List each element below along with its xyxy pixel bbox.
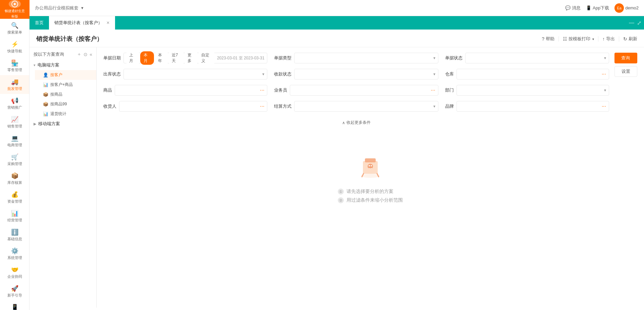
type-select[interactable]: ▾ — [294, 53, 438, 63]
sales-icon: 📈 — [11, 116, 18, 123]
date-btn-last-month[interactable]: 上月 — [126, 51, 139, 65]
sidebar-item-newbie[interactable]: 🚀 新手引导 — [0, 282, 29, 301]
basic-info-icon: ℹ️ — [11, 228, 18, 236]
department-select[interactable]: ▾ — [457, 85, 609, 96]
finance-label: 资金管理 — [7, 199, 22, 204]
newbie-label: 新手引导 — [7, 293, 22, 298]
sidebar-item-finance[interactable]: 💰 资金管理 — [0, 188, 29, 207]
sidebar-item-retail[interactable]: 🏪 零售管理 — [0, 56, 29, 75]
filter-date: 单据日期 上月 本月 本年 近7天 更多 自定义 — [103, 53, 267, 63]
date-btn-7days[interactable]: 近7天 — [169, 51, 183, 65]
empty-num-1: ① — [338, 189, 344, 195]
sidebar-item-app-center[interactable]: 📱 应用中心 — [0, 301, 29, 310]
sidebar-item-wholesale[interactable]: 🚚 批发管理 — [0, 75, 29, 94]
sales-label: 销售管理 — [7, 124, 22, 129]
receiver-select[interactable]: ··· — [119, 101, 267, 112]
tree-child-by-goods-99[interactable]: 📦 按商品99 — [35, 99, 96, 109]
purchase-icon: 🛒 — [11, 153, 18, 161]
tab-home[interactable]: 首页 — [30, 16, 49, 30]
purchase-label: 采购管理 — [7, 161, 22, 166]
export-label: 导出 — [606, 36, 615, 42]
svg-point-1 — [361, 174, 380, 178]
tab-bar: 首页 销货单统计表（按客户） ✕ — ⤢ — [30, 16, 644, 30]
settings-scheme-icon[interactable]: ⊙ — [84, 52, 88, 57]
tab-expand-icon[interactable]: ⤢ — [637, 20, 641, 26]
sidebar-item-enterprise[interactable]: 🤝 企业协同 — [0, 263, 29, 282]
tree-child-by-goods[interactable]: 📦 按商品 — [35, 90, 96, 99]
sidebar-item-operations[interactable]: 📊 经营管理 — [0, 207, 29, 225]
receiver-label: 收货人 — [103, 103, 116, 109]
filter-department: 部门 ▾ — [445, 85, 609, 96]
goods-label: 商品 — [103, 87, 112, 93]
outbound-select[interactable]: ▾ — [123, 69, 267, 80]
inventory-icon: 📦 — [11, 172, 18, 179]
settings-button[interactable]: 设置 — [614, 66, 637, 77]
refresh-button[interactable]: ↻ 刷新 — [623, 36, 637, 42]
tree-child-by-customer[interactable]: 👤 按客户 — [35, 70, 96, 80]
tab-sales-stats[interactable]: 销货单统计表（按客户） ✕ — [49, 16, 115, 30]
page-title: 销货单统计表（按客户） — [36, 35, 103, 43]
sidebar-item-search-menu[interactable]: 🔍 搜索菜单 — [0, 19, 29, 38]
sidebar-item-sales[interactable]: 📈 销售管理 — [0, 113, 29, 132]
template-print-label: 按模板打印 — [569, 36, 590, 42]
warehouse-dots-icon: ··· — [602, 71, 606, 77]
marketing-label: 营销推广 — [7, 105, 22, 110]
salesman-select[interactable]: ··· — [290, 85, 438, 96]
date-btn-custom[interactable]: 自定义 — [199, 51, 214, 65]
settlement-label: 结算方式 — [274, 103, 291, 109]
sidebar-item-ecommerce[interactable]: 💻 电商管理 — [0, 132, 29, 150]
filter-collection: 收款状态 ▾ — [274, 69, 438, 80]
sidebar-item-basic-info[interactable]: ℹ️ 基础信息 — [0, 225, 29, 244]
date-filter-box[interactable]: 上月 本月 本年 近7天 更多 自定义 2023-03-01 至 2023-03… — [123, 53, 267, 63]
svg-point-6 — [371, 165, 372, 166]
breadcrumb-dropdown-arrow[interactable]: ▾ — [81, 5, 84, 10]
sidebar-item-purchase[interactable]: 🛒 采购管理 — [0, 150, 29, 169]
by-goods-label: 按商品 — [50, 92, 62, 97]
sidebar: 畅捷通好生意 标版 🔍 搜索菜单 ⚡ 快捷导航 🏪 零售管理 🚚 批发管理 📢 … — [0, 0, 30, 310]
template-print-button[interactable]: ☷ 按模板打印 ▾ — [563, 36, 594, 42]
brand-select[interactable]: ··· — [457, 101, 609, 112]
sidebar-item-marketing[interactable]: 📢 营销推广 — [0, 94, 29, 113]
sidebar-item-inventory[interactable]: 📦 库存核算 — [0, 169, 29, 188]
settlement-select[interactable]: ▾ — [294, 101, 438, 112]
filter-receiver: 收货人 ··· — [103, 101, 267, 112]
help-button[interactable]: ? 帮助 — [542, 36, 554, 42]
tab-minimize-icon[interactable]: — — [629, 20, 634, 26]
search-menu-icon: 🔍 — [11, 22, 18, 29]
status-select[interactable]: ▾ — [465, 53, 609, 63]
warehouse-select[interactable]: ··· — [457, 69, 609, 80]
add-scheme-icon[interactable]: ＋ — [77, 51, 82, 57]
sidebar-item-quick-nav[interactable]: ⚡ 快捷导航 — [0, 38, 29, 56]
tree-child-by-customer-goods[interactable]: 📊 按客户+商品 — [35, 80, 96, 90]
page-header: 销货单统计表（按客户） ? 帮助 ☷ 按模板打印 ▾ ↑ 导 — [30, 30, 644, 47]
date-btn-this-month[interactable]: 本月 — [140, 51, 154, 65]
sidebar-item-system[interactable]: ⚙️ 系统管理 — [0, 244, 29, 263]
query-button[interactable]: 查询 — [614, 53, 637, 63]
app-download-icon: 📱 — [586, 5, 591, 10]
tree-child-return-stats[interactable]: 📊 退货统计 — [35, 109, 96, 119]
empty-state: ① 请先选择要分析的方案 ② 用过滤条件来缩小分析范围 — [103, 128, 637, 223]
date-range-text: 2023-03-01 至 2023-03-31 — [217, 55, 264, 61]
export-button[interactable]: ↑ 导出 — [602, 36, 615, 42]
filter-goods: 商品 ··· — [103, 85, 267, 96]
logo[interactable]: 畅捷通好生意 标版 — [0, 0, 30, 19]
collapse-bar[interactable]: ∧ 收起更多条件 — [103, 117, 609, 128]
tab-close-icon[interactable]: ✕ — [106, 20, 110, 25]
finance-icon: 💰 — [11, 191, 18, 198]
tree-arrow-mobile: ▶ — [34, 122, 36, 126]
brand-dots-icon: ··· — [602, 103, 606, 109]
message-button[interactable]: 💬 消息 — [565, 5, 581, 11]
user-area[interactable]: Ea demo2 — [614, 3, 639, 13]
basic-info-label: 基础信息 — [7, 237, 22, 242]
date-btn-this-year[interactable]: 本年 — [155, 51, 168, 65]
collection-select[interactable]: ▾ — [294, 69, 438, 80]
filter-status: 单据状态 ▾ — [445, 53, 609, 63]
svg-rect-3 — [365, 158, 376, 162]
tree-item-mobile[interactable]: ▶ 移动端方案 — [30, 119, 96, 129]
collapse-panel-icon[interactable]: « — [90, 52, 92, 57]
goods-select[interactable]: ··· — [115, 85, 267, 96]
warehouse-label: 仓库 — [445, 71, 454, 77]
tree-item-desktop[interactable]: ▾ 电脑端方案 — [30, 60, 96, 70]
app-download-button[interactable]: 📱 App下载 — [586, 5, 609, 11]
date-btn-more[interactable]: 更多 — [185, 51, 197, 65]
